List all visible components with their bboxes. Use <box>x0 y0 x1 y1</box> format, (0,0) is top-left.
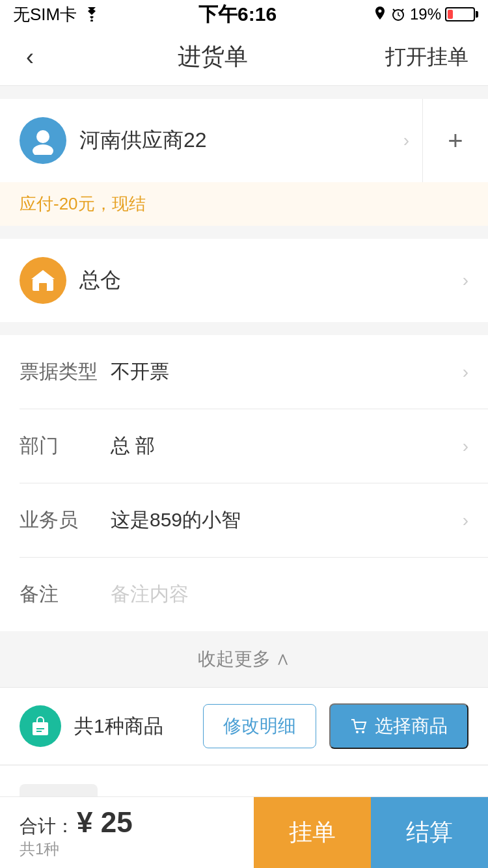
warehouse-icon <box>30 267 56 293</box>
gap-2 <box>0 226 488 239</box>
wifi-icon <box>82 7 102 21</box>
svg-marker-5 <box>31 270 55 279</box>
supplier-name: 河南供应商22 <box>79 126 397 155</box>
chevron-right-icon: › <box>403 130 409 151</box>
select-product-label: 选择商品 <box>375 714 448 739</box>
status-left: 无SIM卡 <box>13 3 102 26</box>
cart-icon <box>350 718 368 734</box>
supplier-section: 河南供应商22 › + <box>0 99 488 182</box>
remark-row[interactable]: 备注 备注内容 <box>0 558 488 631</box>
remark-label: 备注 <box>20 581 111 608</box>
status-bar: 无SIM卡 下午6:16 19% <box>0 0 488 29</box>
warehouse-chevron-icon: › <box>463 270 468 291</box>
staff-value: 这是859的小智 <box>111 507 456 534</box>
ticket-type-row[interactable]: 票据类型 不开票 › <box>0 335 488 409</box>
form-section: 票据类型 不开票 › 部门 总 部 › 业务员 这是859的小智 › 备注 备注… <box>0 335 488 631</box>
gap-1 <box>0 86 488 99</box>
supplier-selector[interactable]: 河南供应商22 › <box>0 99 423 182</box>
total-section: 合计： ¥ 25 共1种 <box>0 797 254 868</box>
bottom-bar: 合计： ¥ 25 共1种 挂单 结算 <box>0 796 488 868</box>
location-icon <box>373 7 386 22</box>
total-sub: 共1种 <box>20 839 234 860</box>
warehouse-section[interactable]: 总仓 › <box>0 239 488 322</box>
remark-placeholder: 备注内容 <box>111 581 468 608</box>
divider-5 <box>0 765 488 765</box>
svg-point-2 <box>36 130 49 143</box>
svg-point-9 <box>362 731 364 733</box>
page-title: 进货单 <box>178 41 248 73</box>
svg-point-3 <box>33 144 53 155</box>
warehouse-name: 总仓 <box>79 266 456 295</box>
products-icon-bg <box>20 705 61 747</box>
staff-chevron-icon: › <box>463 510 468 531</box>
svg-point-0 <box>90 20 93 21</box>
edit-detail-button[interactable]: 修改明细 <box>203 704 316 748</box>
person-icon <box>29 126 57 155</box>
shopping-bag-icon <box>29 714 52 738</box>
add-supplier-button[interactable]: + <box>423 108 488 174</box>
ticket-type-label: 票据类型 <box>20 359 111 385</box>
collapse-label: 收起更多 ∧ <box>198 647 291 671</box>
notice-bar: 应付-20元，现结 <box>0 182 488 226</box>
products-header: 共1种商品 修改明细 选择商品 <box>0 688 488 765</box>
department-label: 部门 <box>20 433 111 459</box>
time-display: 下午6:16 <box>198 1 277 28</box>
total-label: 合计： <box>20 814 74 839</box>
gap-3 <box>0 322 488 335</box>
status-right: 19% <box>373 5 475 23</box>
staff-row[interactable]: 业务员 这是859的小智 › <box>0 483 488 557</box>
select-product-button[interactable]: 选择商品 <box>329 703 468 749</box>
notice-text: 应付-20元，现结 <box>20 194 146 213</box>
warehouse-icon-bg <box>20 257 66 304</box>
svg-rect-6 <box>39 283 47 291</box>
hang-button[interactable]: 挂单 <box>254 797 371 868</box>
products-count: 共1种商品 <box>74 713 190 740</box>
open-hang-button[interactable]: 打开挂单 <box>385 43 468 72</box>
total-amount: ¥ 25 <box>77 806 133 839</box>
battery-percent: 19% <box>410 5 441 23</box>
department-row[interactable]: 部门 总 部 › <box>0 409 488 483</box>
supplier-avatar <box>20 117 66 164</box>
nav-bar: ‹ 进货单 打开挂单 <box>0 29 488 86</box>
alarm-icon <box>390 7 406 22</box>
collapse-button[interactable]: 收起更多 ∧ <box>0 631 488 687</box>
ticket-type-value: 不开票 <box>111 359 456 385</box>
staff-label: 业务员 <box>20 507 111 534</box>
checkout-button[interactable]: 结算 <box>371 797 488 868</box>
ticket-type-chevron-icon: › <box>463 362 468 383</box>
svg-point-8 <box>356 731 359 733</box>
battery-icon <box>445 7 475 21</box>
department-chevron-icon: › <box>463 436 468 457</box>
department-value: 总 部 <box>111 433 456 459</box>
carrier-text: 无SIM卡 <box>13 3 77 26</box>
back-button[interactable]: ‹ <box>20 37 40 77</box>
